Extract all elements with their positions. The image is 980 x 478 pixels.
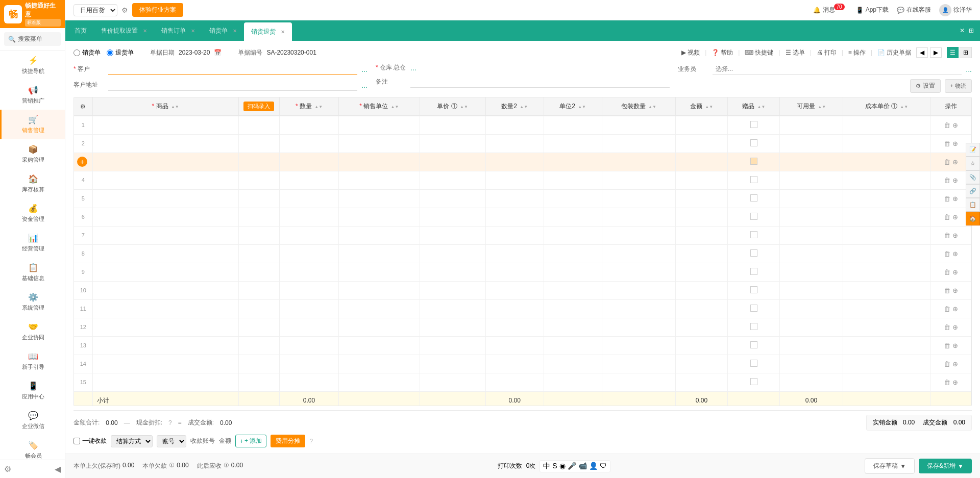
video-icon[interactable]: 📹 bbox=[578, 462, 587, 471]
warehouse-lookup-btn[interactable]: ... bbox=[410, 64, 416, 72]
chinese-icon[interactable]: 中 bbox=[543, 462, 550, 471]
delete-row-7[interactable]: 🗑 bbox=[944, 232, 950, 239]
delete-row-14[interactable]: 🗑 bbox=[944, 360, 950, 368]
table-view-btn[interactable]: ☰ bbox=[947, 47, 959, 58]
save-new-button[interactable]: 保存&新增 ▼ bbox=[919, 459, 972, 473]
history-btn[interactable]: 📄 历史单据 bbox=[877, 48, 911, 57]
unit-sort[interactable]: ▲▼ bbox=[391, 105, 399, 109]
sidebar-item-operation[interactable]: 📊 经营管理 bbox=[0, 228, 65, 258]
mic-icon[interactable]: 🎤 bbox=[568, 462, 576, 471]
copy-row-9[interactable]: ⊕ bbox=[952, 268, 958, 276]
delete-row-1[interactable]: 🗑 bbox=[944, 121, 950, 129]
delete-row-6[interactable]: 🗑 bbox=[944, 213, 950, 221]
quantity-sort[interactable]: ▲▼ bbox=[314, 105, 323, 109]
add-row-button[interactable]: + bbox=[77, 157, 87, 167]
next-btn[interactable]: ▶ bbox=[930, 47, 942, 58]
app-download-item[interactable]: 📱 App下载 bbox=[856, 6, 889, 14]
online-service-item[interactable]: 💬 在线客服 bbox=[897, 6, 931, 14]
quick-star-btn[interactable]: ☆ bbox=[966, 157, 980, 170]
gift-checkbox-4[interactable] bbox=[750, 176, 757, 183]
logistics-button[interactable]: + 物流 bbox=[945, 79, 972, 93]
sidebar-settings-button[interactable]: ⚙ bbox=[4, 464, 11, 474]
select-btn[interactable]: ☰ 选单 bbox=[786, 48, 805, 57]
sidebar-item-guide[interactable]: 📖 新手引导 bbox=[0, 346, 65, 376]
tab-return[interactable]: 销货退货 ✕ bbox=[244, 22, 292, 41]
delete-row-9[interactable]: 🗑 bbox=[944, 268, 950, 276]
sidebar-search-area[interactable]: 🔍 搜索菜单 bbox=[0, 28, 65, 51]
payment-method-select[interactable]: 结算方式 bbox=[111, 435, 153, 447]
discount-help-icon[interactable]: ? bbox=[168, 419, 172, 426]
help-btn[interactable]: ❓ 帮助 bbox=[712, 48, 733, 57]
sidebar-item-finance[interactable]: 💰 资金管理 bbox=[0, 198, 65, 228]
quick-link-btn[interactable]: 🔗 bbox=[966, 184, 980, 198]
customer-lookup-btn[interactable]: ... bbox=[361, 65, 368, 73]
delete-row-12[interactable]: 🗑 bbox=[944, 323, 950, 331]
settings-button[interactable]: ⚙ 设置 bbox=[910, 79, 940, 93]
copy-row-3[interactable]: ⊕ bbox=[952, 158, 958, 166]
user-icon[interactable]: 👤 bbox=[589, 462, 598, 471]
copy-row-13[interactable]: ⊕ bbox=[952, 342, 958, 349]
th-settings[interactable]: ⚙ bbox=[74, 97, 92, 116]
gift-checkbox-10[interactable] bbox=[750, 286, 757, 293]
copy-row-4[interactable]: ⊕ bbox=[952, 177, 958, 184]
print-btn[interactable]: 🖨 打印 bbox=[817, 48, 837, 57]
amount-sort[interactable]: ▲▼ bbox=[705, 105, 713, 109]
sidebar-item-shortcut[interactable]: ⚡ 快捷导航 bbox=[0, 51, 65, 80]
copy-row-8[interactable]: ⊕ bbox=[952, 250, 958, 258]
video-btn[interactable]: ▶ 视频 bbox=[681, 48, 700, 57]
split-cost-button[interactable]: 费用分摊 bbox=[271, 435, 305, 447]
save-draft-button[interactable]: 保存草稿 ▼ bbox=[865, 458, 915, 474]
sidebar-item-basic[interactable]: 📋 基础信息 bbox=[0, 258, 65, 287]
customer-input[interactable] bbox=[108, 63, 357, 75]
remark-input[interactable] bbox=[410, 76, 670, 88]
tab-return-close[interactable]: ✕ bbox=[281, 29, 285, 35]
card-view-btn[interactable]: ⊞ bbox=[960, 47, 972, 58]
product-input-3[interactable] bbox=[96, 158, 235, 165]
price-sort[interactable]: ▲▼ bbox=[460, 105, 468, 109]
copy-row-1[interactable]: ⊕ bbox=[952, 121, 958, 129]
scan-button[interactable]: 扫码录入 bbox=[243, 102, 274, 111]
gift-checkbox-3[interactable] bbox=[750, 158, 757, 165]
payment-help-icon[interactable]: ? bbox=[309, 438, 313, 445]
sidebar-item-wechat[interactable]: 💬 企业微信 bbox=[0, 406, 65, 435]
gift-checkbox-14[interactable] bbox=[750, 360, 757, 367]
gift-checkbox-2[interactable] bbox=[750, 139, 757, 146]
delete-row-8[interactable]: 🗑 bbox=[944, 250, 950, 258]
gift-checkbox-13[interactable] bbox=[750, 341, 757, 348]
delete-row-5[interactable]: 🗑 bbox=[944, 195, 950, 203]
prev-btn[interactable]: ◀ bbox=[916, 47, 928, 58]
gift-checkbox-1[interactable] bbox=[750, 121, 757, 128]
return-radio[interactable]: 退货单 bbox=[107, 48, 134, 57]
industry-select[interactable]: 日用百货 bbox=[74, 4, 117, 16]
copy-row-15[interactable]: ⊕ bbox=[952, 379, 958, 386]
tab-price[interactable]: 售价提取设置 ✕ bbox=[94, 20, 154, 41]
tab-sales[interactable]: 销货单 ✕ bbox=[202, 20, 244, 41]
shortcut-btn[interactable]: ⌨ 快捷键 bbox=[745, 48, 773, 57]
copy-row-7[interactable]: ⊕ bbox=[952, 232, 958, 239]
gift-checkbox-8[interactable] bbox=[750, 249, 757, 257]
gift-checkbox-12[interactable] bbox=[750, 323, 757, 330]
unit2-sort[interactable]: ▲▼ bbox=[578, 105, 586, 109]
maximize-icon[interactable]: ⊞ bbox=[969, 27, 974, 34]
delete-row-11[interactable]: 🗑 bbox=[944, 305, 950, 313]
delete-row-10[interactable]: 🗑 bbox=[944, 287, 950, 294]
tab-order-close[interactable]: ✕ bbox=[191, 28, 195, 34]
message-item[interactable]: 🔔 消息 70 bbox=[813, 6, 848, 14]
sidebar-item-enterprise[interactable]: 🤝 企业协同 bbox=[0, 317, 65, 346]
sogou-icon[interactable]: S bbox=[552, 462, 557, 471]
qty2-sort[interactable]: ▲▼ bbox=[520, 105, 528, 109]
account-select[interactable]: 账号 bbox=[157, 435, 186, 447]
copy-row-10[interactable]: ⊕ bbox=[952, 287, 958, 294]
close-window-icon[interactable]: ✕ bbox=[960, 27, 965, 34]
delete-row-3[interactable]: 🗑 bbox=[944, 158, 950, 166]
delete-row-4[interactable]: 🗑 bbox=[944, 177, 950, 184]
copy-row-14[interactable]: ⊕ bbox=[952, 360, 958, 368]
camera-icon[interactable]: ◉ bbox=[559, 462, 566, 471]
sidebar-item-system[interactable]: ⚙️ 系统管理 bbox=[0, 287, 65, 317]
pack-sort[interactable]: ▲▼ bbox=[648, 105, 656, 109]
tab-home[interactable]: 首页 bbox=[67, 20, 94, 41]
sidebar-item-sales[interactable]: 🛒 销售管理 bbox=[0, 110, 65, 139]
sidebar-item-inventory[interactable]: 🏠 库存核算 bbox=[0, 169, 65, 198]
delete-row-13[interactable]: 🗑 bbox=[944, 342, 950, 349]
copy-row-6[interactable]: ⊕ bbox=[952, 213, 958, 221]
